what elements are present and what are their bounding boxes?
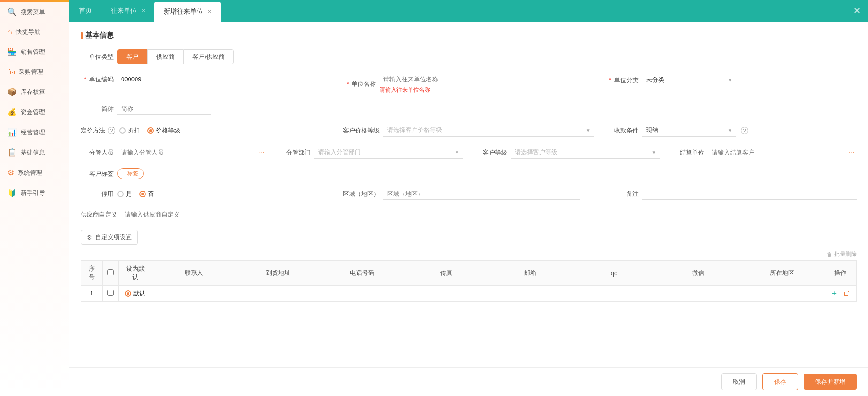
row-add-button[interactable]: ＋ (829, 288, 839, 298)
unit-name-input[interactable] (380, 74, 594, 85)
abbr-input[interactable] (117, 103, 211, 115)
cell-email[interactable] (488, 286, 572, 302)
area-label: 区域（地区） (343, 190, 380, 198)
row-unit-info: * 单位编码 * 单位名称 请输入往来单位名称 * (81, 74, 857, 94)
note-input[interactable] (642, 188, 857, 200)
disabled-radio-no[interactable]: 否 (139, 190, 154, 198)
sidebar-item-basic[interactable]: 📋 基础信息 (0, 142, 69, 163)
system-icon: ⚙ (8, 168, 14, 177)
unit-category-select[interactable]: 未分类 ▼ (642, 74, 736, 86)
sidebar-item-inventory[interactable]: 📦 库存核算 (0, 82, 69, 102)
sidebar-item-label: 基础信息 (21, 148, 45, 157)
settlement-label: 结算单位 (671, 148, 704, 157)
area-more-btn[interactable]: ··· (584, 190, 594, 198)
sidebar-item-finance[interactable]: 💰 资金管理 (0, 102, 69, 122)
tab-partners[interactable]: 往来单位 × (101, 0, 154, 22)
region-input[interactable] (745, 290, 819, 297)
pricing-radio-group: 折扣 价格等级 (119, 126, 180, 135)
custom-settings-button[interactable]: ⚙ 自定义项设置 (81, 230, 138, 245)
cell-fax[interactable] (404, 286, 488, 302)
radio-circle-yes (117, 191, 124, 197)
cell-phone[interactable] (320, 286, 404, 302)
email-input[interactable] (493, 290, 567, 297)
wechat-input[interactable] (661, 290, 735, 297)
disabled-option-yes: 是 (126, 190, 132, 198)
row-tags: 客户标签 + 标签 (81, 168, 857, 179)
cell-contact[interactable] (152, 286, 236, 302)
sidebar-item-operations[interactable]: 📊 经营管理 (0, 122, 69, 142)
unit-code-input[interactable] (117, 74, 211, 85)
group-unit-category: * 单位分类 未分类 ▼ (606, 74, 857, 86)
type-btn-customer[interactable]: 客户 (117, 49, 147, 64)
save-button[interactable]: 保存 (762, 373, 798, 390)
settlement-input[interactable] (708, 147, 843, 158)
area-input[interactable] (383, 188, 580, 200)
fax-input[interactable] (409, 290, 483, 297)
batch-delete-icon: 🗑 (827, 251, 832, 258)
finance-icon: 💰 (8, 108, 17, 116)
add-tag-button[interactable]: + 标签 (117, 168, 144, 179)
pricing-radio-discount[interactable]: 折扣 (119, 126, 140, 135)
sidebar-item-system[interactable]: ⚙ 系统管理 (0, 163, 69, 183)
unit-name-wrapper: 请输入往来单位名称 (380, 74, 594, 94)
group-unit-code: * 单位编码 (81, 74, 332, 85)
supplier-custom-label: 供应商自定义 (81, 210, 117, 219)
sidebar-item-quick-nav[interactable]: ⌂ 快捷导航 (0, 22, 69, 42)
select-all-checkbox[interactable] (107, 269, 114, 275)
cell-address[interactable] (236, 286, 320, 302)
cell-region[interactable] (740, 286, 824, 302)
group-supplier-custom: 供应商自定义 (81, 209, 857, 220)
col-qq: qq (572, 261, 656, 286)
save-and-new-button[interactable]: 保存并新增 (804, 374, 857, 390)
disabled-radio-yes[interactable]: 是 (117, 190, 132, 198)
col-phone: 电话号码 (320, 261, 404, 286)
cell-actions: ＋ 🗑 (824, 286, 857, 302)
sidebar-item-guide[interactable]: 🔰 新手引导 (0, 183, 69, 203)
cell-check[interactable] (103, 286, 119, 302)
group-dept: 分管部门 请输入分管部门 ▼ (278, 146, 464, 159)
customer-price-select[interactable]: 请选择客户价格等级 ▼ (383, 124, 594, 137)
cell-wechat[interactable] (656, 286, 740, 302)
dept-select[interactable]: 请输入分管部门 ▼ (314, 146, 464, 159)
tab-home[interactable]: 首页 (69, 0, 101, 22)
row-checkbox[interactable] (107, 290, 114, 296)
type-btn-supplier[interactable]: 供应商 (147, 49, 183, 64)
group-manager: 分管人员 ··· (81, 147, 266, 158)
payment-value: 现结 (646, 126, 726, 134)
customer-level-select[interactable]: 请选择客户等级 ▼ (511, 146, 660, 159)
payment-help-icon[interactable]: ? (741, 127, 748, 134)
cancel-button[interactable]: 取消 (721, 373, 757, 390)
pricing-radio-level[interactable]: 价格等级 (147, 126, 180, 135)
pricing-option-level: 价格等级 (156, 126, 180, 135)
row-del-button[interactable]: 🗑 (841, 289, 852, 297)
tab-new-partner-close[interactable]: × (208, 8, 211, 15)
pricing-help-icon[interactable]: ? (108, 127, 115, 134)
settlement-more-btn[interactable]: ··· (847, 148, 857, 157)
default-radio[interactable]: 默认 (123, 289, 147, 298)
manager-input[interactable] (117, 147, 252, 158)
tab-bar-close-button[interactable]: ✕ (846, 6, 868, 16)
sidebar-item-search[interactable]: 🔍 搜索菜单 (0, 2, 69, 22)
dept-label: 分管部门 (278, 148, 311, 157)
radio-circle-level (147, 127, 154, 134)
tab-partners-close[interactable]: × (142, 8, 145, 14)
form-content: 基本信息 单位类型 客户 供应商 客户/供应商 * 单位编码 * 单位名称 (69, 22, 868, 367)
pricing-label: 定价方法 ? (81, 126, 115, 135)
sidebar-item-purchase[interactable]: 🛍 采购管理 (0, 62, 69, 82)
tab-new-partner[interactable]: 新增往来单位 × (154, 2, 221, 22)
phone-input[interactable] (325, 290, 399, 297)
batch-delete-label[interactable]: 批量删除 (834, 250, 857, 258)
sidebar-item-sales[interactable]: 🏪 销售管理 (0, 42, 69, 62)
supplier-custom-input[interactable] (121, 209, 262, 220)
note-label: 备注 (606, 190, 639, 198)
cell-qq[interactable] (572, 286, 656, 302)
type-btn-both[interactable]: 客户/供应商 (183, 49, 234, 64)
qq-input[interactable] (577, 290, 651, 297)
payment-select[interactable]: 现结 ▼ (642, 124, 736, 137)
section-marker (81, 32, 83, 39)
manager-more-btn[interactable]: ··· (256, 148, 266, 157)
address-input[interactable] (241, 290, 315, 297)
home-icon: ⌂ (8, 28, 12, 36)
contact-input[interactable] (157, 290, 231, 297)
col-fax: 传真 (404, 261, 488, 286)
